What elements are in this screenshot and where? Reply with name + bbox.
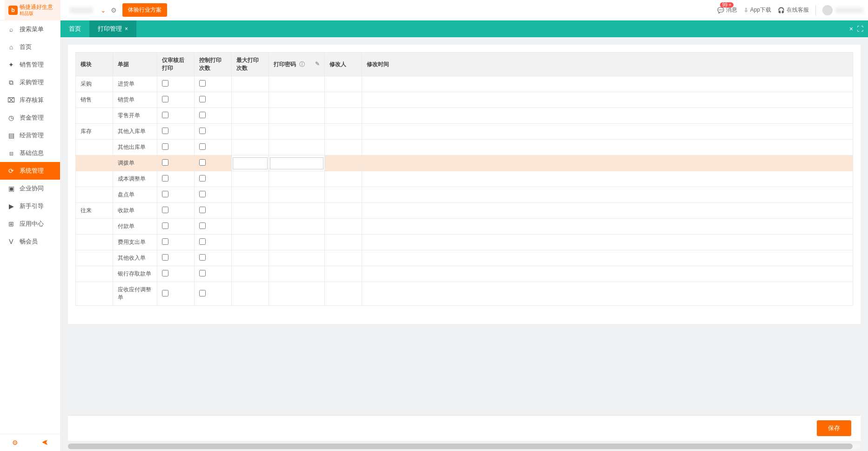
checkbox-audit[interactable] [162,290,168,296]
main: 首页 打印管理 × × ⛶ [61,20,868,451]
gear-icon[interactable]: ⚙ [111,7,117,14]
cell-control [195,250,232,266]
checkbox-control[interactable] [199,290,206,296]
download-button[interactable]: ⇩ App下载 [744,6,771,14]
sidebar-item-inventory[interactable]: ⌧库存核算 [0,91,60,109]
sidebar-item-operation[interactable]: ▤经营管理 [0,127,60,144]
cell-control [195,171,232,187]
checkbox-audit[interactable] [162,143,168,150]
cell-control [195,187,232,203]
input-print-password[interactable] [270,157,323,169]
sidebar-item-home-label: 首页 [20,43,32,51]
close-icon[interactable]: × [125,26,128,32]
sidebar-item-collab[interactable]: ▣企业协同 [0,180,60,197]
sidebar-item-search-icon: ⌕ [7,26,15,33]
cell-module: 库存 [76,124,113,140]
checkbox-audit[interactable] [162,96,168,102]
checkbox-audit[interactable] [162,207,168,213]
avatar [822,5,833,15]
checkbox-audit[interactable] [162,159,168,166]
checkbox-control[interactable] [199,207,206,213]
sidebar-item-sales[interactable]: ✦销售管理 [0,56,60,74]
checkbox-control[interactable] [199,222,206,229]
sidebar-item-purchase-label: 采购管理 [20,78,44,87]
sidebar-item-guide-icon: ▶ [7,202,15,210]
chevron-down-icon[interactable]: ⌄ [101,7,106,14]
checkbox-control[interactable] [199,270,206,276]
sidebar-item-basic[interactable]: ⧇基础信息 [0,144,60,162]
checkbox-audit[interactable] [162,128,168,134]
cell-control [195,203,232,219]
help-icon[interactable]: ⓘ [299,61,305,67]
checkbox-audit[interactable] [162,238,168,245]
th-modtime: 修改时间 [362,53,853,76]
sidebar-item-system-label: 系统管理 [20,167,44,175]
brand-name: 畅捷通好生意 [20,4,53,10]
checkbox-control[interactable] [199,159,206,166]
sidebar-item-search[interactable]: ⌕搜索菜单 [0,20,60,38]
sidebar-item-vip-icon: V [7,238,15,245]
sidebar-item-funds[interactable]: ◷资金管理 [0,109,60,127]
cell-control [195,76,232,92]
cell-module [76,140,113,155]
support-button[interactable]: 🎧 在线客服 [778,6,809,14]
checkbox-control[interactable] [199,238,206,245]
download-icon: ⇩ [744,7,748,13]
checkbox-audit[interactable] [162,175,168,182]
cell-control [195,282,232,306]
cell-pwd [269,92,325,108]
scrollbar-thumb[interactable] [68,444,853,449]
cell-modtime [362,187,853,203]
tab-print-management[interactable]: 打印管理 × [89,20,136,37]
sidebar-item-vip[interactable]: V畅会员 [0,233,60,250]
tab-close-all-icon[interactable]: × [849,25,853,33]
sidebar-item-apps[interactable]: ⊞应用中心 [0,215,60,233]
checkbox-control[interactable] [199,96,206,102]
sidebar-item-apps-label: 应用中心 [20,220,44,228]
user-menu[interactable] [815,5,863,15]
cell-modifier [325,219,362,235]
checkbox-control[interactable] [199,254,206,261]
cell-max [232,171,269,187]
sidebar-item-system[interactable]: ⟳系统管理 [0,162,60,180]
horizontal-scrollbar[interactable] [68,444,861,449]
org-selector[interactable] [70,7,96,13]
table-row: 盘点单 [76,187,853,203]
tab-home[interactable]: 首页 [61,20,89,37]
checkbox-control[interactable] [199,112,206,118]
cell-max [232,187,269,203]
save-button[interactable]: 保存 [817,420,851,436]
checkbox-audit[interactable] [162,112,168,118]
table-row: 付款单 [76,219,853,235]
cta-button[interactable]: 体验行业方案 [122,3,167,17]
checkbox-control[interactable] [199,191,206,197]
settings-icon[interactable]: ⚙ [12,439,18,446]
cell-modtime [362,266,853,282]
sidebar-item-guide[interactable]: ▶新手引导 [0,197,60,215]
checkbox-audit[interactable] [162,222,168,229]
checkbox-control[interactable] [199,143,206,150]
checkbox-audit[interactable] [162,191,168,197]
cell-audit [157,235,195,250]
cell-doc: 调拨单 [113,155,157,171]
checkbox-control[interactable] [199,80,206,87]
cell-modtime [362,124,853,140]
cell-module [76,266,113,282]
checkbox-audit[interactable] [162,270,168,276]
checkbox-audit[interactable] [162,254,168,261]
headset-icon: 🎧 [778,7,785,13]
sidebar-item-purchase[interactable]: ⧉采购管理 [0,74,60,91]
logo[interactable]: b 畅捷通好生意 精品版 [5,0,61,20]
fullscreen-icon[interactable]: ⛶ [857,25,863,33]
input-max-print[interactable] [233,157,268,169]
cell-modifier [325,235,362,250]
checkbox-audit[interactable] [162,80,168,87]
collapse-icon[interactable]: ⮜ [42,439,48,446]
messages-badge: 99 + [720,2,734,7]
messages-button[interactable]: 💬 消息 99 + [717,6,737,14]
checkbox-control[interactable] [199,128,206,134]
edit-icon[interactable]: ✎ [315,61,320,67]
cell-modifier [325,76,362,92]
sidebar-item-home[interactable]: ⌂首页 [0,38,60,56]
checkbox-control[interactable] [199,175,206,182]
